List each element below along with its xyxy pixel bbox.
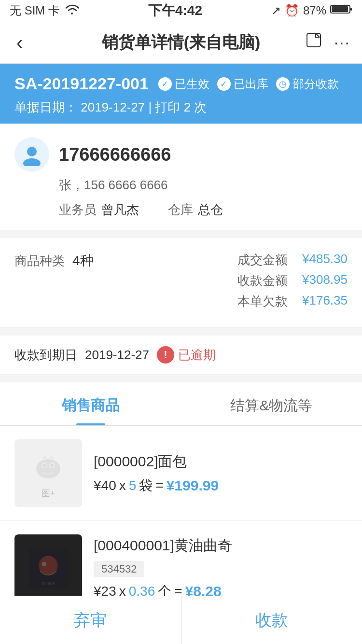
bottom-bar: 弃审 收款 bbox=[0, 596, 362, 644]
warehouse-name: 总仓 bbox=[198, 201, 223, 218]
customer-sub: 张，156 6666 6666 bbox=[59, 177, 348, 194]
svg-rect-2 bbox=[350, 8, 352, 11]
type-label: 商品种类 bbox=[14, 252, 65, 269]
banner-date-row: 单据日期： 2019-12-27 | 打印 2 次 bbox=[14, 99, 348, 116]
product-placeholder-1: 图+ bbox=[29, 447, 68, 499]
banner-row1: SA-20191227-001 ✓ 已生效 ✓ 已出库 ◷ 部分收款 bbox=[14, 74, 348, 93]
collected-label: 收款金额 bbox=[237, 272, 288, 289]
product-price-1: ¥40 x 5袋 = ¥199.99 bbox=[94, 476, 348, 495]
page-title: 销货单详情(来自电脑) bbox=[102, 31, 261, 54]
summary-left: 商品种类 4种 bbox=[14, 252, 94, 270]
alarm-icon: ⏰ bbox=[285, 4, 299, 17]
order-id: SA-20191227-001 bbox=[14, 74, 149, 93]
nav-bar: ‹ 销货单详情(来自电脑) ··· bbox=[0, 21, 362, 64]
arrears-value: ¥176.35 bbox=[302, 293, 348, 310]
svg-text:黄油曲奇: 黄油曲奇 bbox=[42, 582, 55, 586]
status-badges: ✓ 已生效 ✓ 已出库 ◷ 部分收款 bbox=[158, 76, 339, 92]
deal-amount-label: 成交金额 bbox=[237, 252, 288, 268]
header-banner: SA-20191227-001 ✓ 已生效 ✓ 已出库 ◷ 部分收款 单据日期：… bbox=[0, 64, 362, 124]
battery-level: 87% bbox=[303, 4, 326, 17]
list-item: 图+ [0000002]面包 ¥40 x 5袋 = ¥199.99 bbox=[0, 426, 362, 521]
customer-id: 17666666666 bbox=[59, 144, 171, 165]
type-count: 4种 bbox=[72, 252, 94, 270]
status-bar: 无 SIM 卡 下午4:42 ↗ ⏰ 87% bbox=[0, 0, 362, 21]
check-icon-2: ✓ bbox=[217, 77, 231, 91]
svg-rect-1 bbox=[332, 6, 348, 12]
customer-main: 17666666666 bbox=[14, 137, 348, 172]
customer-meta: 业务员 曾凡杰 仓库 总仓 bbox=[59, 201, 348, 218]
date-label: 单据日期： bbox=[14, 100, 77, 114]
sales-name: 曾凡杰 bbox=[101, 201, 139, 218]
share-icon[interactable] bbox=[305, 31, 322, 53]
summary-row: 商品种类 4种 成交金额 ¥485.30 收款金额 ¥308.95 本单欠款 ¥… bbox=[14, 252, 348, 314]
status-left: 无 SIM 卡 bbox=[10, 3, 79, 18]
cancel-review-button[interactable]: 弃审 bbox=[0, 596, 181, 644]
sales-label: 业务员 bbox=[59, 201, 97, 218]
deal-amount-value: ¥485.30 bbox=[302, 252, 348, 268]
status-badge-effective: ✓ 已生效 bbox=[158, 76, 209, 92]
location-icon: ↗ bbox=[271, 4, 281, 17]
summary-section: 商品种类 4种 成交金额 ¥485.30 收款金额 ¥308.95 本单欠款 ¥… bbox=[0, 238, 362, 328]
product-list: 图+ [0000002]面包 ¥40 x 5袋 = ¥199.99 bbox=[0, 426, 362, 616]
svg-point-6 bbox=[36, 459, 60, 478]
status-badge-partial: ◷ 部分收款 bbox=[276, 76, 339, 92]
warehouse-meta: 仓库 总仓 bbox=[168, 201, 223, 218]
svg-point-5 bbox=[23, 158, 41, 166]
sim-status: 无 SIM 卡 bbox=[10, 3, 60, 18]
overdue-icon: ! bbox=[157, 346, 174, 364]
due-label: 收款到期日 bbox=[14, 347, 77, 364]
arrears-row: 本单欠款 ¥176.35 bbox=[237, 293, 348, 310]
avatar bbox=[14, 137, 49, 172]
sales-meta: 业务员 曾凡杰 bbox=[59, 201, 139, 218]
due-date: 2019-12-27 bbox=[85, 348, 149, 363]
nav-actions: ··· bbox=[305, 31, 350, 53]
summary-right: 成交金额 ¥485.30 收款金额 ¥308.95 本单欠款 ¥176.35 bbox=[237, 252, 348, 314]
warehouse-label: 仓库 bbox=[168, 201, 193, 218]
product-name-2: [000400001]黄油曲奇 bbox=[94, 536, 348, 556]
status-time: 下午4:42 bbox=[148, 1, 202, 20]
due-section: 收款到期日 2019-12-27 ! 已逾期 bbox=[0, 336, 362, 375]
battery-icon bbox=[330, 4, 352, 17]
svg-point-10 bbox=[51, 464, 54, 467]
product-sku-2: 534532 bbox=[94, 561, 144, 577]
more-icon[interactable]: ··· bbox=[334, 33, 350, 52]
arrears-label: 本单欠款 bbox=[237, 293, 288, 310]
tabs-bar: 销售商品 结算&物流等 bbox=[0, 382, 362, 426]
svg-point-9 bbox=[43, 464, 46, 467]
back-button[interactable]: ‹ bbox=[12, 28, 28, 57]
svg-point-4 bbox=[27, 147, 37, 156]
tab-sales-products[interactable]: 销售商品 bbox=[0, 382, 181, 425]
overdue-text: 已逾期 bbox=[178, 347, 216, 364]
status-badge-shipped: ✓ 已出库 bbox=[217, 76, 268, 92]
print-info: | 打印 2 次 bbox=[148, 100, 207, 114]
wifi-icon bbox=[65, 4, 79, 17]
collected-value: ¥308.95 bbox=[302, 272, 348, 289]
check-icon-1: ✓ bbox=[158, 77, 172, 91]
product-name-1: [0000002]面包 bbox=[94, 452, 348, 472]
deal-amount-row: 成交金额 ¥485.30 bbox=[237, 252, 348, 268]
status-right: ↗ ⏰ 87% bbox=[271, 4, 352, 17]
customer-section: 17666666666 张，156 6666 6666 业务员 曾凡杰 仓库 总… bbox=[0, 124, 362, 230]
product-info-1: [0000002]面包 ¥40 x 5袋 = ¥199.99 bbox=[94, 452, 348, 495]
overdue-badge: ! 已逾期 bbox=[157, 346, 216, 364]
product-image-2: 黄油曲奇 bbox=[14, 534, 82, 602]
tabs-section: 销售商品 结算&物流等 bbox=[0, 382, 362, 616]
tab-settlement[interactable]: 结算&物流等 bbox=[181, 382, 362, 425]
product-info-2: [000400001]黄油曲奇 534532 ¥23 x 0.36个 = ¥8.… bbox=[94, 536, 348, 601]
svg-rect-3 bbox=[307, 33, 320, 47]
collect-payment-button[interactable]: 收款 bbox=[181, 596, 362, 644]
order-date: 2019-12-27 bbox=[81, 100, 145, 114]
collected-row: 收款金额 ¥308.95 bbox=[237, 272, 348, 289]
clock-icon: ◷ bbox=[276, 77, 290, 91]
svg-point-14 bbox=[42, 562, 46, 566]
product-image-1: 图+ bbox=[14, 439, 82, 507]
